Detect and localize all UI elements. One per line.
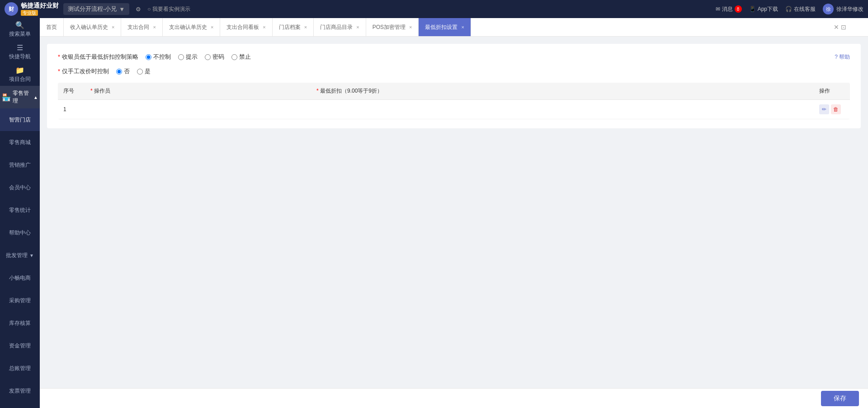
app-download-button[interactable]: 📱 App下载 [749,5,778,13]
dropdown-arrow-icon: ▼ [119,6,125,13]
sidebar-item-wholesale[interactable]: 批发管理 ▼ [0,244,40,267]
close-tab-icon[interactable]: × [263,24,265,30]
sidebar-item-smart-store[interactable]: 智营门店 [0,108,40,131]
headset-icon: 🎧 [785,6,792,12]
form-card: * 收银员低于最低折扣控制策略 不控制 提示 密码 [47,44,861,128]
tab-bar: 首页 收入确认单历史 × 支出合同 × 支出确认单历史 × 支出合同看板 × 门… [40,18,868,37]
folder-icon: 📁 [15,66,24,75]
discount-table: 序号 * 操作员 * 最低折扣（9.00等于9折） 操作 [58,83,850,119]
menu-icon: ☰ [17,43,23,52]
manual-price-row: * 仅手工改价时控制 否 是 [58,67,850,75]
sidebar-item-label: 发票管理 [9,387,31,395]
store-icon: 🏪 [2,93,11,102]
radio-remind[interactable]: 提示 [178,53,198,61]
sidebar-item-ecommerce[interactable]: 小畅电商 [0,267,40,289]
tab-pos-security[interactable]: POS加密管理 × [366,18,419,36]
project-selector[interactable]: 测试分开流程-小兄 ▼ [63,3,129,15]
sidebar-item-shortcut[interactable]: ☰ 快捷导航 [0,41,40,63]
row-operator [85,100,311,119]
row-actions: ✏ 🗑 [814,100,850,119]
row-num: 1 [58,100,85,119]
tab-store-file[interactable]: 门店档案 × [273,18,314,36]
sidebar-item-label: 零售统计 [9,206,31,214]
action-buttons: ✏ 🗑 [819,104,844,114]
tab-home[interactable]: 首页 [40,18,64,36]
logo-area: 财 畅捷通好业财 专业版 [5,2,59,16]
close-tab-icon[interactable]: × [304,24,307,30]
radio-password[interactable]: 密码 [205,53,224,61]
page-content: * 收银员低于最低折扣控制策略 不控制 提示 密码 [40,37,868,388]
sidebar-item-marketing[interactable]: 营销推广 [0,154,40,176]
chevron-down-icon: ▼ [29,253,34,258]
sidebar-item-label: 库存核算 [9,319,31,327]
sidebar-item-label: 资金管理 [9,342,31,350]
sidebar-item-member[interactable]: 会员中心 [0,176,40,199]
tab-expense-contract[interactable]: 支出合同 × [121,18,162,36]
user-area[interactable]: 徐 徐泽华修改 [823,4,863,14]
bottom-bar: 保存 [40,388,868,408]
close-tab-icon[interactable]: × [356,24,359,30]
close-tab-icon[interactable]: × [461,24,464,30]
expand-tabs-icon[interactable]: ⊡ [841,23,846,31]
table-row: 1 ✏ 🗑 [58,100,850,119]
edit-button[interactable]: ✏ [819,104,829,114]
top-bar: 财 畅捷通好业财 专业版 测试分开流程-小兄 ▼ ⚙ ○ 我要看实例演示 ✉ 消… [0,0,868,18]
sidebar-item-search[interactable]: 🔍 搜索菜单 [0,18,40,41]
radio-forbid[interactable]: 禁止 [231,53,251,61]
radio-no[interactable]: 否 [116,67,130,75]
sidebar-item-help-center[interactable]: 帮助中心 [0,221,40,244]
discount-strategy-row: * 收银员低于最低折扣控制策略 不控制 提示 密码 [58,53,850,61]
close-tab-icon[interactable]: × [153,24,156,30]
sidebar-item-label: 采购管理 [9,297,31,305]
tab-min-discount[interactable]: 最低折扣设置 × [419,18,471,36]
tab-expense-board[interactable]: 支出合同看板 × [220,18,272,36]
settings-icon[interactable]: ⚙ [134,4,143,14]
col-header-discount: * 最低折扣（9.00等于9折） [311,83,814,100]
sidebar-item-label: 项目合同 [9,75,31,83]
customer-service-button[interactable]: 🎧 在线客服 [785,5,816,13]
sidebar-item-label: 会员中心 [9,184,31,192]
sidebar-item-project[interactable]: 📁 项目合同 [0,63,40,86]
logo-text: 畅捷通好业财 专业版 [21,2,59,16]
help-button[interactable]: ? 帮助 [835,53,850,61]
sidebar-item-label: 营销推广 [9,161,31,169]
sidebar-item-label: 快捷导航 [9,53,31,61]
manual-price-label: * 仅手工改价时控制 [58,67,109,75]
sidebar-item-label: 批发管理 [6,252,28,259]
sidebar: 🔍 搜索菜单 ☰ 快捷导航 📁 项目合同 🏪 零售管理 ▲ 智营门店 零售商城 … [0,18,40,408]
sidebar-item-retail-stats[interactable]: 零售统计 [0,199,40,221]
save-button[interactable]: 保存 [821,391,859,406]
sidebar-item-purchase[interactable]: 采购管理 [0,289,40,312]
tab-income-history[interactable]: 收入确认单历史 × [64,18,121,36]
demo-link[interactable]: ○ 我要看实例演示 [147,5,190,13]
delete-button[interactable]: 🗑 [831,104,841,114]
close-tab-icon[interactable]: × [211,24,213,30]
logo-icon: 财 [5,2,18,16]
message-button[interactable]: ✉ 消息 8 [716,5,742,13]
radio-yes[interactable]: 是 [137,67,151,75]
sidebar-item-finance[interactable]: 资金管理 [0,334,40,357]
sidebar-item-label: 智营门店 [9,116,31,124]
close-all-tabs-icon[interactable]: ✕ [834,23,839,31]
download-icon: 📱 [749,6,756,12]
chevron-up-icon: ▲ [33,95,38,100]
close-tab-icon[interactable]: × [409,24,412,30]
radio-no-control[interactable]: 不控制 [146,53,171,61]
sidebar-item-tax[interactable]: 税务管理 [0,402,40,408]
required-star: * [316,88,319,94]
row-discount [311,100,814,119]
sidebar-item-inventory[interactable]: 库存核算 [0,312,40,334]
sidebar-item-retail[interactable]: 🏪 零售管理 ▲ [0,86,40,108]
sidebar-item-label: 零售管理 [13,89,32,105]
required-star: * [58,53,60,60]
question-icon: ? [835,54,838,60]
sidebar-item-ledger[interactable]: 总账管理 [0,357,40,380]
tab-expense-history[interactable]: 支出确认单历史 × [163,18,220,36]
col-header-num: 序号 [58,83,85,100]
close-tab-icon[interactable]: × [112,24,114,30]
tab-store-catalog[interactable]: 门店商品目录 × [314,18,366,36]
col-header-operator: * 操作员 [85,83,311,100]
avatar: 徐 [823,4,834,14]
sidebar-item-invoice[interactable]: 发票管理 [0,380,40,402]
sidebar-item-retail-mall[interactable]: 零售商城 [0,131,40,154]
